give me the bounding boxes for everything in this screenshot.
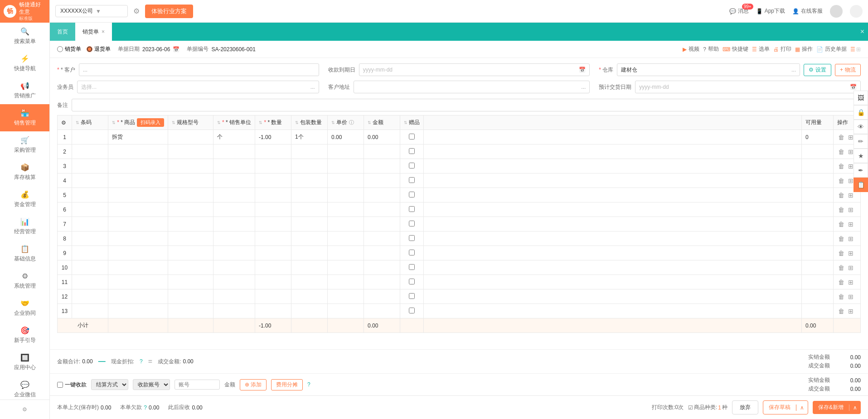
rf-pencil-btn[interactable]: ✒ xyxy=(853,163,868,178)
sidebar-item-collab[interactable]: 🤝 企业协同 xyxy=(0,294,49,322)
row-product[interactable] xyxy=(108,202,168,217)
abandon-btn[interactable]: 放弃 xyxy=(732,400,758,414)
row-spec[interactable] xyxy=(168,231,213,246)
row-barcode[interactable] xyxy=(72,231,108,246)
row-product[interactable] xyxy=(108,289,168,304)
tab-sales-order[interactable]: 销货单 × xyxy=(75,23,112,41)
row-spec[interactable] xyxy=(168,173,213,188)
delete-row-btn[interactable]: 🗑 xyxy=(837,176,845,185)
trial-btn[interactable]: 体验行业方案 xyxy=(145,5,193,18)
row-qty[interactable] xyxy=(255,289,291,304)
row-unit[interactable] xyxy=(213,202,255,217)
delete-row-btn[interactable]: 🗑 xyxy=(837,205,845,214)
copy-row-btn[interactable]: ⊞ xyxy=(847,292,854,301)
app-download-btn[interactable]: 📱 App下载 xyxy=(756,7,785,15)
date-calendar-icon[interactable]: 📅 xyxy=(173,46,179,53)
rf-img-btn[interactable]: 🖼 xyxy=(853,91,868,105)
rf-edit-btn[interactable]: ✏ xyxy=(853,134,868,149)
row-qty[interactable] xyxy=(255,188,291,202)
sidebar-item-inventory[interactable]: 📦 库存核算 xyxy=(0,159,49,186)
row-spec[interactable] xyxy=(168,246,213,260)
row-pkgqty[interactable] xyxy=(291,275,328,289)
row-barcode[interactable] xyxy=(72,289,108,304)
row-price[interactable] xyxy=(328,260,364,275)
rf-eye-btn[interactable]: 👁 xyxy=(853,120,868,134)
row-pkgqty[interactable]: 1个 xyxy=(291,130,328,144)
row-gift[interactable] xyxy=(400,188,424,202)
row-qty[interactable] xyxy=(255,275,291,289)
delete-row-btn[interactable]: 🗑 xyxy=(837,191,845,200)
row-qty[interactable] xyxy=(255,304,291,318)
warehouse-input[interactable]: 建材仓 ... xyxy=(617,63,800,76)
row-spec[interactable] xyxy=(168,130,213,144)
delete-row-btn[interactable]: 🗑 xyxy=(837,263,845,272)
row-amount[interactable] xyxy=(364,159,400,173)
row-barcode[interactable] xyxy=(72,173,108,188)
row-product[interactable] xyxy=(108,304,168,318)
payment-method-select[interactable]: 结算方式 xyxy=(91,379,128,390)
one-click-pay-check[interactable]: 一键收款 xyxy=(57,381,87,389)
delete-row-btn[interactable]: 🗑 xyxy=(837,307,845,316)
row-qty[interactable] xyxy=(255,202,291,217)
copy-row-btn[interactable]: ⊞ xyxy=(847,263,854,272)
row-pkgqty[interactable] xyxy=(291,217,328,231)
recv-calendar-icon[interactable]: 📅 xyxy=(579,67,586,73)
row-qty[interactable] xyxy=(255,260,291,275)
row-product[interactable] xyxy=(108,260,168,275)
row-price[interactable] xyxy=(328,159,364,173)
row-spec[interactable] xyxy=(168,304,213,318)
row-price[interactable] xyxy=(328,304,364,318)
row-qty[interactable] xyxy=(255,231,291,246)
row-product[interactable] xyxy=(108,275,168,289)
row-barcode[interactable] xyxy=(72,217,108,231)
arrear-help-icon[interactable]: ? xyxy=(144,405,147,411)
scan-btn[interactable]: 扫码录入 xyxy=(137,118,164,127)
row-price[interactable] xyxy=(328,289,364,304)
row-product[interactable] xyxy=(108,246,168,260)
row-qty[interactable] xyxy=(255,173,291,188)
row-pkgqty[interactable] xyxy=(291,188,328,202)
row-barcode[interactable] xyxy=(72,202,108,217)
row-unit[interactable]: 个 xyxy=(213,130,255,144)
row-barcode[interactable] xyxy=(72,159,108,173)
logistics-button[interactable]: + 物流 xyxy=(835,64,861,76)
row-amount[interactable] xyxy=(364,144,400,159)
operate-btn[interactable]: ▦ 操作 xyxy=(795,45,813,53)
row-spec[interactable] xyxy=(168,275,213,289)
discount-help-icon[interactable]: ? xyxy=(140,358,143,365)
row-barcode[interactable] xyxy=(72,246,108,260)
delete-row-btn[interactable]: 🗑 xyxy=(837,147,845,156)
row-unit[interactable] xyxy=(213,246,255,260)
row-unit[interactable] xyxy=(213,304,255,318)
video-btn[interactable]: ▶ 视频 xyxy=(683,45,699,53)
tab-close-icon[interactable]: × xyxy=(102,29,105,35)
sidebar-item-guide[interactable]: 🎯 新手引导 xyxy=(0,322,49,349)
row-barcode[interactable] xyxy=(72,144,108,159)
row-spec[interactable] xyxy=(168,202,213,217)
account-select[interactable]: 收款账号 xyxy=(133,379,170,390)
sidebar-item-basic[interactable]: 📋 基础信息 xyxy=(0,240,49,267)
row-gift[interactable] xyxy=(400,173,424,188)
row-price[interactable] xyxy=(328,202,364,217)
row-unit[interactable] xyxy=(213,231,255,246)
row-gift[interactable] xyxy=(400,159,424,173)
sidebar-item-purchase[interactable]: 🛒 采购管理 xyxy=(0,131,49,159)
tab-home[interactable]: 首页 xyxy=(50,23,75,41)
customer-input[interactable]: ... xyxy=(79,63,319,76)
row-barcode[interactable] xyxy=(72,304,108,318)
row-price[interactable] xyxy=(328,144,364,159)
row-pkgqty[interactable] xyxy=(291,144,328,159)
row-pkgqty[interactable] xyxy=(291,246,328,260)
row-price[interactable] xyxy=(328,231,364,246)
sidebar-item-apps[interactable]: 🔲 应用中心 xyxy=(0,349,49,376)
row-spec[interactable] xyxy=(168,289,213,304)
save-draft-arrow[interactable]: ∧ xyxy=(796,405,808,411)
account-number-input[interactable] xyxy=(175,380,220,390)
row-barcode[interactable] xyxy=(72,260,108,275)
copy-row-btn[interactable]: ⊞ xyxy=(847,249,854,258)
row-price[interactable] xyxy=(328,217,364,231)
row-gift[interactable] xyxy=(400,144,424,159)
row-unit[interactable] xyxy=(213,188,255,202)
row-amount[interactable] xyxy=(364,231,400,246)
row-gift[interactable] xyxy=(400,275,424,289)
